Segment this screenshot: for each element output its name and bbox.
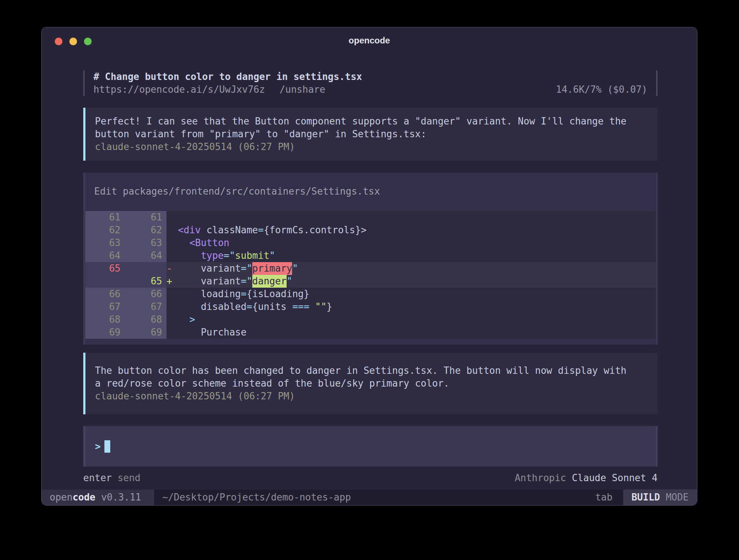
code-token: <div — [178, 225, 201, 235]
diff-view: 61616262 <div className={formCs.controls… — [85, 211, 656, 339]
code-token: submit — [235, 250, 269, 261]
titlebar: opencode — [42, 27, 697, 54]
diff-new-line-number: 65 — [126, 275, 166, 288]
minimize-button[interactable] — [69, 38, 77, 45]
diff-code-line: loading={isLoading} — [166, 288, 656, 300]
app-version: v0.3.11 — [101, 492, 141, 503]
mode-chip[interactable]: BUILD MODE — [623, 490, 697, 505]
code-token: } — [326, 301, 332, 312]
zoom-button[interactable] — [84, 38, 92, 45]
diff-row: 6767 disabled={units === ""} — [85, 300, 656, 313]
code-token — [166, 237, 189, 248]
mode-primary-label: BUILD — [631, 492, 660, 503]
diff-old-line-number: 69 — [85, 326, 126, 339]
diff-code-line: <Button — [166, 237, 656, 249]
diff-row: 6262 <div className={formCs.controls}> — [85, 224, 656, 237]
provider-name: Anthropic — [515, 472, 566, 483]
mode-secondary-label: MODE — [666, 492, 689, 503]
diff-new-line-number: 62 — [126, 224, 166, 237]
diff-new-line-number: 64 — [126, 249, 166, 262]
share-url-link[interactable]: https://opencode.ai/s/UwJxv76z — [93, 83, 265, 96]
diff-old-line-number: 62 — [85, 224, 126, 237]
message-line: The button color has been changed to dan… — [95, 364, 648, 377]
session-content: # Change button color to danger in setti… — [83, 70, 658, 484]
diff-code-line: > — [166, 313, 656, 326]
diff-row: 6161 — [85, 211, 656, 224]
code-token — [172, 263, 201, 274]
diff-code-line: <div className={formCs.controls}> — [166, 224, 656, 237]
message-model-meta: claude-sonnet-4-20250514 (06:27 PM) — [95, 141, 648, 153]
session-title: # Change button color to danger in setti… — [93, 70, 647, 83]
code-token: = — [258, 225, 264, 235]
message-line: Perfect! I can see that the Button compo… — [95, 115, 648, 128]
diff-old-line-number: 64 — [85, 249, 126, 262]
send-action-label: send — [118, 472, 141, 484]
code-token: variant — [201, 263, 241, 274]
edit-action-label: Edit — [94, 186, 117, 197]
code-token: type — [201, 250, 224, 261]
hints-row: enter send Anthropic Claude Sonnet 4 — [83, 472, 658, 484]
diff-code-line: type="submit" — [166, 249, 656, 262]
code-token: + — [166, 276, 172, 287]
model-name: Claude Sonnet 4 — [572, 472, 658, 483]
code-token — [166, 314, 189, 325]
diff-row: 6666 loading={isLoading} — [85, 288, 656, 300]
diff-old-line-number: 67 — [85, 300, 126, 313]
app-name-part: open — [50, 492, 73, 503]
code-token: - — [166, 263, 172, 274]
window-title: opencode — [42, 27, 697, 54]
traffic-lights — [55, 38, 92, 45]
code-token: " — [246, 276, 252, 287]
working-directory: ~/Desktop/Projects/demo-notes-app — [162, 490, 351, 505]
code-token: danger — [252, 275, 287, 288]
text-cursor — [104, 440, 110, 453]
diff-row: 65+ variant="danger" — [85, 275, 656, 288]
diff-code-line: Purchase — [166, 326, 656, 339]
code-token: <Button — [189, 237, 230, 248]
code-token: = — [241, 288, 247, 299]
code-token: {isLoading} — [246, 288, 309, 299]
code-token: > — [189, 314, 195, 325]
code-token: " — [269, 250, 275, 261]
code-token: "" — [315, 301, 326, 312]
diff-old-line-number: 61 — [85, 211, 126, 224]
diff-code-line: - variant="primary" — [166, 262, 656, 275]
app-name-part-bold: code — [73, 492, 96, 503]
code-token — [166, 225, 178, 235]
diff-row: 6363 <Button — [85, 237, 656, 249]
assistant-message: The button color has been changed to dan… — [83, 353, 658, 414]
code-token — [309, 301, 315, 312]
diff-new-line-number: 69 — [126, 326, 166, 339]
edit-tool-block: Edit packages/frontend/src/containers/Se… — [83, 173, 658, 345]
code-token: className — [201, 225, 258, 235]
message-line: a red/rose color scheme instead of the b… — [95, 377, 648, 390]
code-token: = — [246, 301, 252, 312]
diff-old-line-number: 65 — [85, 262, 126, 275]
code-token — [166, 288, 201, 299]
diff-old-line-number: 68 — [85, 313, 126, 326]
model-indicator: Anthropic Claude Sonnet 4 — [515, 472, 658, 484]
assistant-message: Perfect! I can see that the Button compo… — [83, 108, 658, 161]
code-token: {units — [252, 301, 292, 312]
diff-old-line-number: 63 — [85, 237, 126, 249]
diff-new-line-number: 66 — [126, 288, 166, 300]
enter-key-hint: enter — [83, 472, 112, 484]
diff-old-line-number: 66 — [85, 288, 126, 300]
token-usage-label: 14.6K/7% ($0.07) — [556, 83, 647, 96]
close-button[interactable] — [55, 38, 62, 45]
prompt-input[interactable]: > — [83, 426, 658, 467]
code-token: = — [241, 263, 247, 274]
code-token — [172, 276, 201, 287]
code-token: = — [224, 250, 230, 261]
diff-row: 6969 Purchase — [85, 326, 656, 339]
code-token: Purchase — [201, 327, 246, 338]
status-bar: opencode v0.3.11 ~/Desktop/Projects/demo… — [42, 490, 697, 505]
diff-new-line-number — [126, 262, 166, 275]
message-line: button variant from "primary" to "danger… — [95, 128, 648, 141]
diff-code-line — [166, 211, 656, 224]
diff-new-line-number: 68 — [126, 313, 166, 326]
diff-row: 6464 type="submit" — [85, 249, 656, 262]
diff-new-line-number: 67 — [126, 300, 166, 313]
code-token — [166, 327, 201, 338]
diff-new-line-number: 63 — [126, 237, 166, 249]
